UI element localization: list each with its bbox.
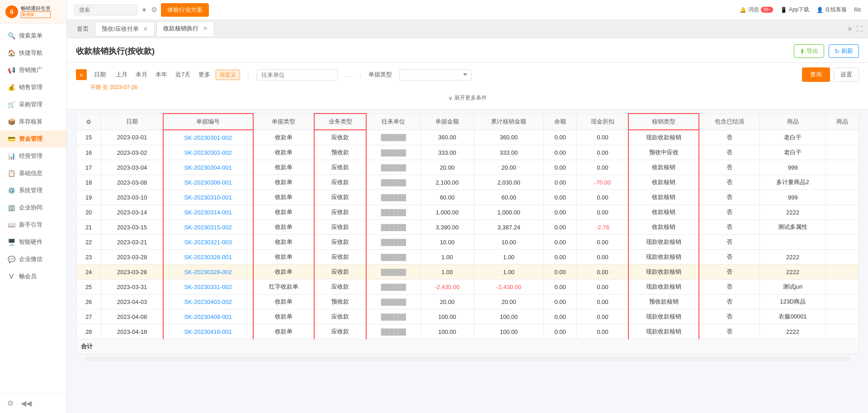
cell-goods: 多计量商品2 — [760, 175, 826, 190]
cell-cancel-type: 现款收款核销 — [628, 130, 699, 145]
table-row: 17 2023-03-04 SK-20230304-001 收款单 应收款 ██… — [76, 160, 859, 175]
nav-label-inventory: 库存核算 — [19, 118, 42, 126]
col-header-settings[interactable]: ⚙ — [76, 114, 101, 130]
cell-partner: ██████ — [366, 145, 420, 160]
cell-num: 27 — [76, 309, 101, 324]
cell-doc-number: SK-20230328-002 — [163, 265, 253, 280]
nav-label-sales: 销售管理 — [19, 83, 42, 91]
table-header-row: ⚙ 日期 单据编号 单据类型 业务类型 往来单位 单据金额 累计核销金额 余额 … — [76, 114, 859, 130]
app-download-area[interactable]: 📱 App下载 — [780, 6, 809, 14]
doc-number-link[interactable]: SK-20230301-002 — [184, 134, 232, 141]
doc-number-link[interactable]: SK-20230321-003 — [184, 239, 232, 246]
date-this-year-btn[interactable]: 本年 — [153, 69, 170, 80]
horizontal-scrollbar[interactable] — [85, 356, 850, 361]
cell-biz-type: 应收款 — [314, 220, 366, 235]
dropdown-arrow-btn[interactable]: ▼ — [141, 6, 147, 14]
cell-include-settled: 否 — [699, 265, 760, 280]
cell-date: 2023-03-14 — [101, 205, 163, 220]
nav-icon-wechat: 💬 — [7, 255, 15, 263]
doc-number-link[interactable]: SK-20230403-002 — [184, 299, 232, 305]
cell-num: 28 — [76, 324, 101, 339]
cell-biz-type: 应收款 — [314, 175, 366, 190]
expand-conditions-btn[interactable]: ∨ 展开更多条件 — [76, 91, 859, 104]
doc-number-link[interactable]: SK-20230408-001 — [184, 313, 232, 320]
gear-icon[interactable]: ⚙ — [151, 5, 157, 14]
industry-btn[interactable]: 体验行业方案 — [161, 3, 209, 17]
export-btn[interactable]: ⬆ 导出 — [794, 44, 824, 58]
doc-number-link[interactable]: SK-20230315-002 — [184, 224, 232, 231]
sidebar-item-marketing[interactable]: 📢营销推广 — [0, 62, 66, 79]
cell-date: 2023-03-21 — [101, 235, 163, 250]
filter-toggle-btn[interactable]: » — [76, 69, 87, 80]
tab-prepay-close[interactable]: ✕ — [143, 26, 148, 32]
sidebar-item-search[interactable]: 🔍搜索菜单 — [0, 27, 66, 44]
doc-number-link[interactable]: SK-20230328-001 — [184, 254, 232, 261]
service-area[interactable]: 👤 在线客服 — [816, 6, 847, 14]
sidebar-item-enterprise[interactable]: 🏢企业协同 — [0, 199, 66, 216]
partner-input[interactable] — [256, 69, 338, 81]
cell-include-settled: 否 — [699, 130, 760, 145]
doc-number-link[interactable]: SK-20230314-001 — [184, 209, 232, 216]
cell-amount: 1.00 — [420, 250, 474, 265]
doc-number-link[interactable]: SK-20230331-002 — [184, 284, 232, 290]
cell-date: 2023-04-18 — [101, 324, 163, 339]
doc-type-select[interactable] — [399, 69, 472, 81]
cell-amount: 333.00 — [420, 145, 474, 160]
cell-cumulative: 20.00 — [474, 294, 543, 309]
filter-settings-btn[interactable]: 设置 — [834, 67, 859, 82]
cell-include-settled: 否 — [699, 280, 760, 294]
doc-number-link[interactable]: SK-20230328-002 — [184, 269, 232, 275]
sidebar-item-purchase[interactable]: 🛒采购管理 — [0, 96, 66, 113]
sidebar-item-wechat[interactable]: 💬企业微信 — [0, 251, 66, 268]
sidebar-item-operations[interactable]: 📊经营管理 — [0, 147, 66, 165]
cell-biz-type: 应收款 — [314, 205, 366, 220]
username-label[interactable]: Rit — [854, 7, 861, 13]
cell-cancel-type: 收款核销 — [628, 175, 699, 190]
sidebar: 6 畅销通好生意 标推版 🔍搜索菜单🏠快捷导航📢营销推广💰销售管理🛒采购管理📦库… — [0, 0, 67, 413]
cell-biz-type: 应收款 — [314, 250, 366, 265]
settings-footer-icon[interactable]: ⚙ — [7, 399, 14, 408]
sidebar-item-capital[interactable]: 💳资金管理 — [0, 130, 66, 147]
cell-doc-number: SK-20230304-001 — [163, 160, 253, 175]
cell-biz-type: 预收款 — [314, 294, 366, 309]
sidebar-item-member[interactable]: V畅会员 — [0, 268, 66, 285]
date-this-month-btn[interactable]: 本月 — [133, 69, 150, 80]
date-7days-btn[interactable]: 近7天 — [173, 69, 193, 80]
doc-number-link[interactable]: SK-20230304-001 — [184, 164, 232, 171]
cell-partner: ██████ — [366, 160, 420, 175]
tab-home[interactable]: 首页 — [72, 22, 93, 36]
cell-goods2 — [826, 175, 859, 190]
cell-goods: 2222 — [760, 265, 826, 280]
doc-number-link[interactable]: SK-20230418-001 — [184, 328, 232, 335]
doc-number-link[interactable]: SK-20230308-001 — [184, 179, 232, 186]
sidebar-item-hardware[interactable]: 🖥️智能硬件 — [0, 233, 66, 251]
cell-balance: 0.00 — [544, 160, 577, 175]
date-custom-btn[interactable]: 自定义 — [216, 70, 240, 80]
tab-prepay[interactable]: 预收/应收付单 ✕ — [95, 22, 155, 36]
query-btn[interactable]: 查询 — [802, 67, 830, 82]
cell-goods: 衣服00001 — [760, 309, 826, 324]
sidebar-item-basic[interactable]: 📋基础信息 — [0, 165, 66, 182]
date-prev-month-btn[interactable]: 上月 — [113, 69, 130, 80]
sidebar-item-inventory[interactable]: 📦库存核算 — [0, 113, 66, 130]
doc-number-link[interactable]: SK-20230310-001 — [184, 194, 232, 201]
sidebar-item-guide[interactable]: 📖新手引导 — [0, 216, 66, 233]
cell-doc-type: 收款单 — [253, 190, 315, 205]
tab-collection-close[interactable]: ✕ — [203, 25, 208, 32]
sidebar-item-sales[interactable]: 💰销售管理 — [0, 79, 66, 96]
sidebar-item-quicknav[interactable]: 🏠快捷导航 — [0, 44, 66, 62]
cell-cancel-type: 收款核销 — [628, 220, 699, 235]
refresh-btn[interactable]: ↻ 刷新 — [829, 44, 859, 58]
collapse-icon[interactable]: ◀◀ — [21, 399, 32, 408]
tab-restore-btn[interactable]: ⛶ — [856, 25, 863, 33]
cell-cumulative: 1.00 — [474, 250, 543, 265]
cell-date: 2023-04-03 — [101, 294, 163, 309]
cell-biz-type: 应收款 — [314, 324, 366, 339]
notice-area[interactable]: 🔔 消息 99+ — [740, 6, 773, 14]
search-input[interactable] — [74, 5, 137, 15]
sidebar-item-system[interactable]: ⚙️系统管理 — [0, 182, 66, 199]
tab-close-all-btn[interactable]: ✕ — [847, 25, 853, 33]
date-more-btn[interactable]: 更多 — [196, 69, 213, 80]
tab-collection[interactable]: 收款核销执行 ✕ — [156, 21, 214, 36]
doc-number-link[interactable]: SK-20230302-002 — [184, 149, 232, 156]
